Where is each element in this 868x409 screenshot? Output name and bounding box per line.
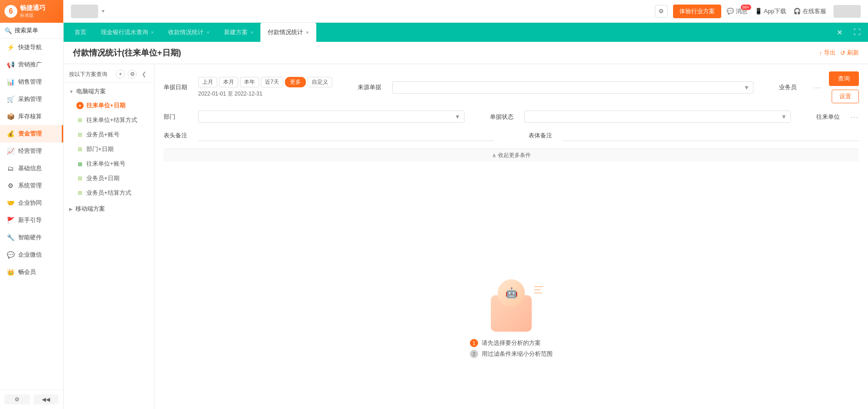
topbar-settings-btn[interactable]: ⚙	[655, 5, 668, 18]
tab-payment-stats[interactable]: 付款情况统计 ×	[260, 23, 316, 42]
scheme-item-staff-account[interactable]: ⊞ 业务员+账号	[64, 127, 154, 142]
tip-num-1: 1	[470, 339, 478, 347]
sidebar-item-label: 基础信息	[18, 164, 42, 172]
sidebar-item-label: 经营管理	[18, 147, 42, 155]
tab-collection-close[interactable]: ×	[206, 30, 209, 35]
body-note-input[interactable]	[563, 130, 859, 141]
app-download-btn[interactable]: 📱 App下载	[755, 7, 786, 15]
marketing-icon: 📢	[6, 61, 15, 69]
sidebar-item-label: 营销推广	[18, 61, 42, 69]
date-tab-last-month[interactable]: 上月	[198, 77, 217, 87]
scheme-item-partner-date[interactable]: ● 往来单位+日期	[64, 98, 154, 113]
scheme-item-dept-date[interactable]: ⊞ 部门+日期	[64, 142, 154, 157]
partner-dots-btn[interactable]: ···	[851, 113, 859, 121]
tab-new-scheme[interactable]: 新建方案 ×	[217, 23, 260, 42]
notifications-btn[interactable]: 💬 消息 99+	[727, 7, 748, 15]
date-tab-this-month[interactable]: 本月	[219, 77, 238, 87]
tab-payment-close[interactable]: ×	[306, 30, 309, 35]
sidebar-item-system[interactable]: ⚙ 系统管理	[0, 177, 63, 194]
sidebar-item-enterprise[interactable]: 🤝 企业协同	[0, 194, 63, 212]
scheme-item-staff-account-label: 业务员+账号	[86, 131, 120, 139]
sidebar-item-capital[interactable]: 💰 资金管理	[0, 125, 63, 142]
tab-home-label: 首页	[75, 28, 86, 36]
sidebar-item-sales[interactable]: 📊 销售管理	[0, 73, 63, 91]
sidebar-item-label: 快捷导航	[18, 43, 42, 51]
online-service-btn[interactable]: 🎧 在线客服	[793, 7, 826, 15]
voucher-status-select[interactable]: ▼	[524, 111, 791, 123]
logo-sub: 标准版	[20, 12, 45, 19]
sidebar-item-member[interactable]: 👑 畅会员	[0, 263, 63, 281]
export-btn[interactable]: ↑ 导出	[819, 49, 836, 57]
sidebar-settings-btn[interactable]: ⚙	[5, 394, 30, 404]
scheme-group-desktop-header[interactable]: ▼ 电脑端方案	[64, 85, 154, 98]
dept-select[interactable]: ▼	[198, 111, 464, 123]
query-btn[interactable]: 查询	[829, 71, 859, 86]
scheme-panel-header: 按以下方案查询 + ⚙ ❮	[64, 70, 154, 83]
scheme-item-staff-date[interactable]: ⊞ 业务员+日期	[64, 171, 154, 186]
online-service-label: 在线客服	[803, 7, 826, 15]
empty-tip-1: 1 请先选择要分析的方案	[470, 339, 553, 347]
page-header: 付款情况统计(往来单位+日期) ↑ 导出 ↺ 刷新	[64, 42, 868, 64]
tab-new-scheme-close[interactable]: ×	[250, 30, 253, 35]
tab-collection-stats[interactable]: 收款情况统计 ×	[161, 23, 216, 42]
sidebar-item-basic-info[interactable]: 🗂 基础信息	[0, 160, 63, 177]
topbar-user-avatar-btn[interactable]	[833, 5, 861, 18]
sidebar-item-inventory[interactable]: 📦 库存核算	[0, 108, 63, 125]
scheme-group-arrow: ▼	[69, 89, 74, 94]
sidebar-item-marketing[interactable]: 📢 营销推广	[0, 56, 63, 73]
tab-expand-btn[interactable]: ⛶	[850, 26, 864, 39]
trial-btn[interactable]: 体验行业方案	[673, 5, 721, 18]
sidebar-item-label: 企业协同	[18, 199, 42, 207]
sidebar-item-quick-nav[interactable]: ⚡ 快捷导航	[0, 39, 63, 56]
export-label: 导出	[824, 49, 836, 57]
tab-bank-flow[interactable]: 现金银行流水查询 ×	[94, 23, 161, 42]
date-tab-7days[interactable]: 近7天	[261, 77, 283, 87]
sidebar-item-purchase[interactable]: 🛒 采购管理	[0, 91, 63, 108]
sidebar-search[interactable]: 🔍 搜索菜单	[0, 23, 63, 39]
user-dropdown-arrow[interactable]: ▼	[101, 9, 105, 14]
scheme-item-partner-settle-label: 往来单位+结算方式	[86, 116, 137, 124]
filter-date-group: 上月 本月 本年 近7天 更多 自定义 2022-01-01 至 2022-12…	[198, 77, 332, 98]
filter-row-1: 单据日期 上月 本月 本年 近7天 更多 自定义 2022-01-01 至 20…	[164, 71, 859, 103]
date-range-text: 2022-01-01 至 2022-12-31	[198, 90, 332, 98]
scheme-add-btn[interactable]: +	[116, 70, 125, 79]
collapse-more-btn[interactable]: ∧ 收起更多条件	[164, 148, 859, 162]
phone-icon: 📱	[755, 8, 762, 15]
scheme-item-partner-account[interactable]: ▦ 往来单位+账号	[64, 157, 154, 171]
collapse-label: 收起更多条件	[498, 151, 531, 159]
topbar-right: 💬 消息 99+ 📱 App下载 🎧 在线客服	[727, 5, 861, 18]
sidebar-logo: 6 畅捷通巧 标准版	[0, 0, 63, 23]
date-tab-custom[interactable]: 自定义	[308, 77, 332, 87]
scheme-item-partner-settle[interactable]: ⊞ 往来单位+结算方式	[64, 113, 154, 127]
scheme-settings-btn[interactable]: ⚙	[128, 70, 137, 79]
partner-date-icon: ●	[76, 102, 84, 109]
filter-date-tabs: 上月 本月 本年 近7天 更多 自定义	[198, 77, 332, 87]
scheme-group-mobile-header[interactable]: ▶ 移动端方案	[64, 202, 154, 216]
date-tab-this-year[interactable]: 本年	[240, 77, 259, 87]
sidebar-item-smart-hw[interactable]: 🔧 智能硬件	[0, 229, 63, 246]
filter-settings-btn[interactable]: 设置	[832, 90, 859, 103]
sidebar-item-label: 资金管理	[18, 130, 42, 138]
header-note-input[interactable]	[198, 130, 494, 141]
source-voucher-select[interactable]: ▼	[392, 81, 754, 94]
sidebar-collapse-btn[interactable]: ◀◀	[34, 394, 59, 404]
scheme-item-staff-settle[interactable]: ⊞ 业务员+结算方式	[64, 186, 154, 200]
sidebar-item-guide[interactable]: 🚩 新手引导	[0, 212, 63, 229]
sales-icon: 📊	[6, 78, 15, 86]
sidebar-item-operations[interactable]: 📈 经营管理	[0, 142, 63, 160]
sidebar-item-wechat[interactable]: 💬 企业微信	[0, 246, 63, 263]
tabbar: 首页 现金银行流水查询 × 收款情况统计 × 新建方案 × 付款情况统计 × ✕…	[64, 23, 868, 42]
page-title: 付款情况统计(往来单位+日期)	[73, 47, 181, 58]
tab-home[interactable]: 首页	[67, 23, 94, 42]
date-tab-more[interactable]: 更多	[285, 77, 306, 87]
tab-bank-flow-close[interactable]: ×	[151, 30, 154, 35]
scheme-collapse-btn[interactable]: ❮	[140, 70, 149, 79]
tab-close-all-btn[interactable]: ✕	[833, 26, 846, 39]
staff-dots-btn[interactable]: ···	[813, 84, 822, 91]
filter-panel: 单据日期 上月 本月 本年 近7天 更多 自定义 2022-01-01 至 20…	[155, 64, 868, 226]
voucher-status-label: 单据状态	[490, 113, 517, 121]
service-icon: 🎧	[793, 8, 801, 15]
empty-tip-2: 2 用过滤条件来缩小分析范围	[470, 350, 553, 358]
sidebar: 6 畅捷通巧 标准版 🔍 搜索菜单 ⚡ 快捷导航 📢 营销推广 📊 销售管理 🛒…	[0, 0, 64, 409]
refresh-btn[interactable]: ↺ 刷新	[840, 49, 859, 57]
